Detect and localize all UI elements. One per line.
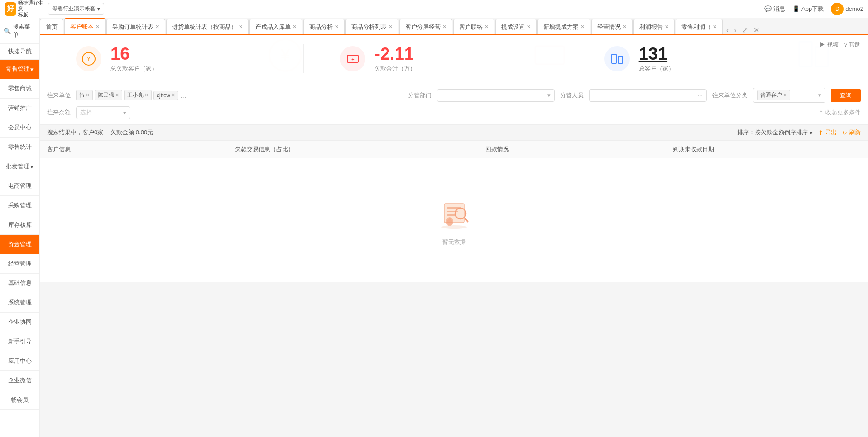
sidebar-item-basic-info[interactable]: 基础信息 xyxy=(0,274,39,293)
refresh-btn[interactable]: ↻ 刷新 xyxy=(842,128,861,137)
sidebar-item-wholesale[interactable]: 批发管理 ▾ xyxy=(0,157,39,176)
tab-home[interactable]: 首页 xyxy=(40,19,63,34)
sort-label: 排序：按欠款金额倒序排序 xyxy=(737,128,808,137)
unit-type-tag-close[interactable]: ✕ xyxy=(783,92,787,98)
th-debt-info: 欠款交易信息（占比） xyxy=(235,145,485,153)
logo-icon: 好 xyxy=(5,2,16,16)
sidebar-item-members[interactable]: 会员中心 xyxy=(0,118,39,138)
unit-type-select[interactable]: 普通客户 ✕ ▾ xyxy=(753,88,825,103)
tab-scroll-right[interactable]: › xyxy=(731,26,739,34)
tag-close-wang[interactable]: ✕ xyxy=(144,92,149,98)
filter-tag-wu[interactable]: 伍 ✕ xyxy=(76,90,93,100)
messages-btn[interactable]: 💬 消息 xyxy=(764,5,785,13)
tab-improve-settings[interactable]: 提成设置 ✕ xyxy=(495,19,537,34)
tab-close-profit-report[interactable]: ✕ xyxy=(665,24,669,30)
tab-close-all[interactable]: ✕ xyxy=(751,26,762,34)
message-icon: 💬 xyxy=(764,5,772,12)
tab-goods-analysis[interactable]: 商品分析 ✕ xyxy=(303,19,345,34)
tab-close-goods-analysis-list[interactable]: ✕ xyxy=(388,24,393,30)
sidebar-item-enterprise-wechat[interactable]: 企业微信 xyxy=(0,371,39,390)
sidebar-item-operations[interactable]: 经营管理 xyxy=(0,254,39,274)
tab-close-customer-contact[interactable]: ✕ xyxy=(484,24,489,30)
unit-type-label: 往来单位分类 xyxy=(712,91,748,100)
chevron-down-icon: ▾ xyxy=(30,163,34,170)
user-area[interactable]: D demo2 xyxy=(831,3,863,15)
filter-tag-chen[interactable]: 陈民强 ✕ xyxy=(95,90,122,100)
sidebar-item-enterprise[interactable]: 企业协同 xyxy=(0,313,39,332)
tab-goods-analysis-list[interactable]: 商品分析列表 ✕ xyxy=(345,19,398,34)
tab-close-accounts[interactable]: ✕ xyxy=(96,24,100,30)
search-menu-btn[interactable]: 🔍 搜索菜单 xyxy=(0,18,39,44)
sort-chevron-icon: ▾ xyxy=(810,129,813,136)
dept-select[interactable]: ▾ xyxy=(437,89,555,102)
tab-produce-inbound[interactable]: 产成品入库单 ✕ xyxy=(249,19,302,34)
tab-customer-contact[interactable]: 客户联络 ✕ xyxy=(453,19,494,34)
sidebar-item-system[interactable]: 系统管理 xyxy=(0,293,39,313)
tab-customer-layer[interactable]: 客户分层经营 ✕ xyxy=(399,19,452,34)
tag-close-cjttcw[interactable]: ✕ xyxy=(171,92,175,98)
sidebar-item-newbie[interactable]: 新手引导 xyxy=(0,332,39,352)
tab-close-operations[interactable]: ✕ xyxy=(623,24,627,30)
debt-amount-value: -2.11 xyxy=(374,44,416,64)
result-right: 排序：按欠款金额倒序排序 ▾ ⬆ 导出 ↻ 刷新 xyxy=(737,128,861,137)
quick-nav-btn[interactable]: 快捷导航 xyxy=(0,44,39,60)
stat-total-info: 131 总客户（家） xyxy=(639,44,674,73)
tab-operations[interactable]: 经营情况 ✕ xyxy=(591,19,633,34)
total-icon xyxy=(604,46,630,71)
sort-select[interactable]: 排序：按欠款金额倒序排序 ▾ xyxy=(737,128,813,137)
tab-close-inbound-stats[interactable]: ✕ xyxy=(239,24,243,30)
stat-group-customers: ¥ 16 总欠款客户（家） ¥ xyxy=(76,44,303,73)
tab-scroll-left[interactable]: ‹ xyxy=(724,26,731,34)
tab-bar: 首页 客户账本 ✕ 采购订单统计表 ✕ 进货单统计表（按商品） ✕ 产成品入库单… xyxy=(40,18,868,35)
tab-close-new-improve[interactable]: ✕ xyxy=(580,24,585,30)
balance-select[interactable]: 选择... ▾ xyxy=(76,106,130,119)
total-customers-value: 16 xyxy=(110,44,158,64)
sidebar-item-vip[interactable]: 畅会员 xyxy=(0,390,39,410)
bg-icon-debt xyxy=(532,37,568,81)
tab-maximize[interactable]: ⤢ xyxy=(739,26,751,34)
svg-line-17 xyxy=(464,217,468,222)
sidebar-item-finance[interactable]: 资金管理 xyxy=(0,235,39,254)
tab-close-retail-profit[interactable]: ✕ xyxy=(713,24,717,30)
tab-profit-report[interactable]: 利润报告 ✕ xyxy=(633,19,675,34)
tab-new-improve[interactable]: 新增提成方案 ✕ xyxy=(537,19,590,34)
result-text: 搜索结果中，客户0家 xyxy=(47,128,103,137)
query-button[interactable]: 查询 xyxy=(831,89,861,102)
sidebar-item-retail[interactable]: 零售管理 ▾ xyxy=(0,60,39,79)
tab-close-customer-layer[interactable]: ✕ xyxy=(442,24,446,30)
sidebar-item-marketing[interactable]: 营销推广 xyxy=(0,99,39,118)
tab-retail-profit[interactable]: 零售利润（ ✕ xyxy=(676,19,723,34)
export-btn[interactable]: ⬆ 导出 xyxy=(818,128,837,137)
help-btn[interactable]: ? 帮助 xyxy=(844,41,861,49)
app-download-btn[interactable]: 📱 App下载 xyxy=(792,5,824,13)
logo-area: 好 畅捷通好生意 标版 xyxy=(5,0,44,18)
tab-close-purchase-stats[interactable]: ✕ xyxy=(155,24,159,30)
tab-close-produce-inbound[interactable]: ✕ xyxy=(293,24,297,30)
sidebar-item-inventory[interactable]: 库存核算 xyxy=(0,215,39,235)
sidebar: 🔍 搜索菜单 快捷导航 零售管理 ▾ 零售商城 营销推广 会员中心 零售统计 批… xyxy=(0,18,40,437)
collapse-btn[interactable]: ⌃ 收起更多条件 xyxy=(819,109,861,117)
tab-close-improve-settings[interactable]: ✕ xyxy=(527,24,531,30)
download-icon: 📱 xyxy=(792,5,800,12)
person-select[interactable]: ··· xyxy=(589,89,707,102)
tab-inbound-stats[interactable]: 进货单统计表（按商品） ✕ xyxy=(166,19,249,34)
svg-text:✦: ✦ xyxy=(351,57,355,62)
tab-close-goods-analysis[interactable]: ✕ xyxy=(335,24,339,30)
unit-type-tag[interactable]: 普通客户 ✕ xyxy=(757,90,790,100)
tab-purchase-stats[interactable]: 采购订单统计表 ✕ xyxy=(106,19,165,34)
filter-tag-wang[interactable]: 王小亮 ✕ xyxy=(124,90,152,100)
table-area: 客户信息 欠款交易信息（占比） 回款情况 到期未收款日期 xyxy=(40,141,868,282)
unit-type-chevron-icon: ▾ xyxy=(818,92,821,99)
tag-close-chen[interactable]: ✕ xyxy=(115,92,119,98)
chevron-down-icon: ▾ xyxy=(30,66,34,73)
tag-close-wu[interactable]: ✕ xyxy=(86,92,90,98)
sidebar-item-app-center[interactable]: 应用中心 xyxy=(0,352,39,371)
sidebar-item-purchase[interactable]: 采购管理 xyxy=(0,196,39,215)
sidebar-item-retail-stats[interactable]: 零售统计 xyxy=(0,138,39,157)
tab-accounts[interactable]: 客户账本 ✕ xyxy=(64,18,106,34)
sidebar-item-retail-mall[interactable]: 零售商城 xyxy=(0,79,39,99)
sidebar-item-ecommerce[interactable]: 电商管理 xyxy=(0,176,39,196)
filter-more-btn[interactable]: ... xyxy=(180,91,186,100)
filter-tag-cjttcw[interactable]: cjttcw ✕ xyxy=(153,91,178,100)
edition-selector[interactable]: 母婴行业演示帐套 ▾ xyxy=(48,3,104,15)
